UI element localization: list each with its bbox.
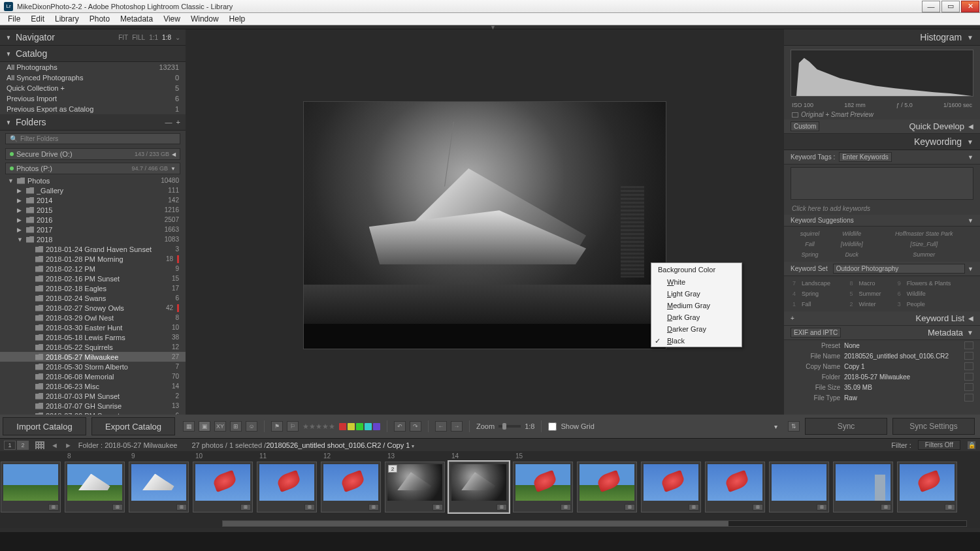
folder-row[interactable]: 2018-05-22 Squirrels12	[0, 342, 186, 352]
breadcrumb[interactable]: Folder : 2018-05-27 Milwaukee	[78, 441, 178, 449]
nav-prev-icon[interactable]: ←	[435, 421, 447, 432]
rotate-cw-icon[interactable]: ↷	[410, 421, 421, 432]
nav-next-icon[interactable]: →	[451, 421, 463, 432]
color-label-green[interactable]	[356, 423, 363, 430]
folder-row[interactable]: ▼Photos10480	[0, 176, 186, 185]
filmstrip-thumb[interactable]: ⊞	[705, 462, 765, 512]
nav-zoom-caret[interactable]: ⌄	[175, 34, 180, 41]
toolbar-overflow-icon[interactable]: ▾	[774, 423, 777, 430]
folder-row[interactable]: 2018-07-07 GH Sunrise13	[0, 401, 186, 411]
catalog-header[interactable]: ▼Catalog	[0, 46, 186, 62]
filter-dropdown[interactable]: Filters Off	[918, 440, 960, 450]
metadata-header[interactable]: Metadata	[928, 328, 963, 338]
keyword-tags-dropdown[interactable]: Enter Keywords	[839, 152, 892, 162]
folder-row[interactable]: ▼20181083	[0, 234, 186, 244]
ctx-item-medium-gray[interactable]: Medium Gray	[651, 300, 742, 311]
keyword-set-item[interactable]: Summer	[857, 289, 894, 298]
folder-row[interactable]: 2018-05-27 Milwaukee27	[0, 352, 186, 362]
folder-row[interactable]: 2018-02-16 PM Sunset15	[0, 274, 186, 283]
metadata-action-icon[interactable]	[964, 352, 973, 360]
filmstrip-thumb[interactable]: ⊞	[1, 462, 61, 512]
filmstrip-thumb[interactable]: ⊞	[257, 462, 317, 512]
nav-fill[interactable]: FILL	[132, 34, 145, 41]
keyword-set-item[interactable]: Flowers & Plants	[905, 279, 973, 288]
folder-row[interactable]: ▶_Gallery111	[0, 185, 186, 195]
back-icon[interactable]: ◄	[51, 441, 58, 449]
histogram-header[interactable]: Histogram▼	[784, 29, 980, 46]
keyword-suggestion[interactable]: Summer	[875, 250, 973, 259]
loupe-view-icon[interactable]: ▣	[199, 421, 210, 432]
zoom-slider[interactable]	[498, 425, 521, 428]
catalog-item[interactable]: All Photographs13231	[0, 62, 186, 72]
nav-fit[interactable]: FIT	[118, 34, 128, 41]
ctx-item-dark-gray[interactable]: Dark Gray	[651, 311, 742, 323]
keyword-suggestion[interactable]: Spring	[791, 250, 829, 259]
monitor-1-button[interactable]: 1	[4, 441, 16, 450]
metadata-action-icon[interactable]	[964, 383, 973, 391]
filmstrip-thumb[interactable]: 2⊞	[385, 462, 445, 512]
grid-icon[interactable]	[35, 441, 44, 449]
catalog-item[interactable]: Quick Collection +5	[0, 83, 186, 93]
color-label-purple[interactable]	[373, 423, 380, 430]
navigator-header[interactable]: ▼ Navigator FIT FILL 1:1 1:8 ⌄	[0, 29, 186, 46]
keyword-set-item[interactable]: Fall	[800, 300, 847, 309]
filmstrip-thumb[interactable]: ⊞	[513, 462, 573, 512]
rotate-ccw-icon[interactable]: ↶	[394, 421, 406, 432]
filmstrip-scrollbar[interactable]	[222, 520, 967, 527]
filmstrip-thumb[interactable]: ⊞	[577, 462, 637, 512]
keyword-suggestion[interactable]: squirrel	[791, 229, 829, 238]
metadata-mode-dropdown[interactable]: EXIF and IPTC	[791, 328, 841, 338]
maximize-button[interactable]: ▭	[941, 1, 960, 12]
forward-icon[interactable]: ►	[65, 441, 72, 449]
folder-row[interactable]: ▶2014142	[0, 195, 186, 205]
flag-pick-icon[interactable]: ⚑	[271, 421, 283, 432]
filmstrip-thumb[interactable]: ⊞	[769, 462, 829, 512]
flag-reject-icon[interactable]: ⚐	[287, 421, 299, 432]
filmstrip-thumb[interactable]: ⊞	[65, 462, 125, 512]
keyword-suggestion[interactable]: Wildlife	[830, 229, 874, 238]
folder-row[interactable]: 2018-05-30 Storm Alberto7	[0, 362, 186, 371]
loupe-view[interactable]	[186, 29, 784, 415]
filmstrip[interactable]: ⊞8⊞9⊞10⊞11⊞12⊞132⊞14⊞15⊞⊞⊞⊞⊞⊞⊞	[0, 451, 980, 528]
keyword-suggestion[interactable]: [Size_Full]	[875, 240, 973, 249]
keyword-suggestions-header[interactable]: Keyword Suggestions▼	[784, 215, 980, 227]
filmstrip-thumb[interactable]: ⊞	[641, 462, 701, 512]
folder-row[interactable]: 2018-07-09 PM Sunset6	[0, 411, 186, 415]
drive-secure[interactable]: Secure Drive (O:) 143 / 233 GB ◀	[5, 148, 180, 160]
folder-row[interactable]: ▶20162507	[0, 215, 186, 225]
bottom-collapse-strip[interactable]	[0, 528, 980, 532]
folder-row[interactable]: 2018-03-30 Easter Hunt10	[0, 323, 186, 332]
import-catalog-button[interactable]: Import Catalog	[3, 417, 86, 435]
filter-folders-input[interactable]: 🔍 Filter Folders	[5, 133, 180, 144]
catalog-item[interactable]: Previous Import6	[0, 93, 186, 104]
keywording-header[interactable]: Keywording▼	[784, 134, 980, 150]
keyword-hint[interactable]: Click here to add keywords	[784, 202, 980, 215]
folder-row[interactable]: 2018-06-23 Misc14	[0, 381, 186, 391]
nav-1-1[interactable]: 1:1	[149, 34, 158, 41]
catalog-item[interactable]: Previous Export as Catalog1	[0, 104, 186, 114]
folders-header[interactable]: ▼Folders — +	[0, 114, 186, 131]
filmstrip-thumb[interactable]: ⊞	[129, 462, 189, 512]
keyword-suggestion[interactable]: [Wildlife]	[830, 240, 874, 249]
keyword-textarea[interactable]	[791, 167, 973, 200]
menu-view[interactable]: View	[158, 12, 186, 25]
folder-row[interactable]: 2018-02-12 PM9	[0, 264, 186, 274]
ctx-item-darker-gray[interactable]: Darker Gray	[651, 323, 742, 335]
menu-window[interactable]: Window	[186, 12, 224, 25]
filter-lock-icon[interactable]: 🔒	[967, 441, 976, 450]
color-label-blue[interactable]	[365, 423, 372, 430]
filmstrip-thumb[interactable]: ⊞	[897, 462, 957, 512]
menu-library[interactable]: Library	[50, 12, 84, 25]
sync-toggle-icon[interactable]: ⇅	[788, 421, 800, 432]
filmstrip-thumb[interactable]: ⊞	[449, 462, 509, 512]
quickdev-custom-dropdown[interactable]: Custom	[791, 121, 819, 131]
rating-stars[interactable]: ★★★★★	[302, 422, 335, 431]
quick-develop-header[interactable]: Custom Quick Develop◀	[784, 119, 980, 134]
close-button[interactable]: ✕	[961, 1, 979, 12]
people-view-icon[interactable]: ☺	[246, 421, 257, 432]
survey-view-icon[interactable]: ⊞	[230, 421, 242, 432]
keyword-set-dropdown[interactable]: Outdoor Photography	[833, 264, 965, 274]
minimize-button[interactable]: —	[922, 1, 940, 12]
drive-photos[interactable]: Photos (P:) 94.7 / 466 GB ▼	[5, 163, 180, 174]
show-grid-checkbox[interactable]	[548, 422, 557, 431]
